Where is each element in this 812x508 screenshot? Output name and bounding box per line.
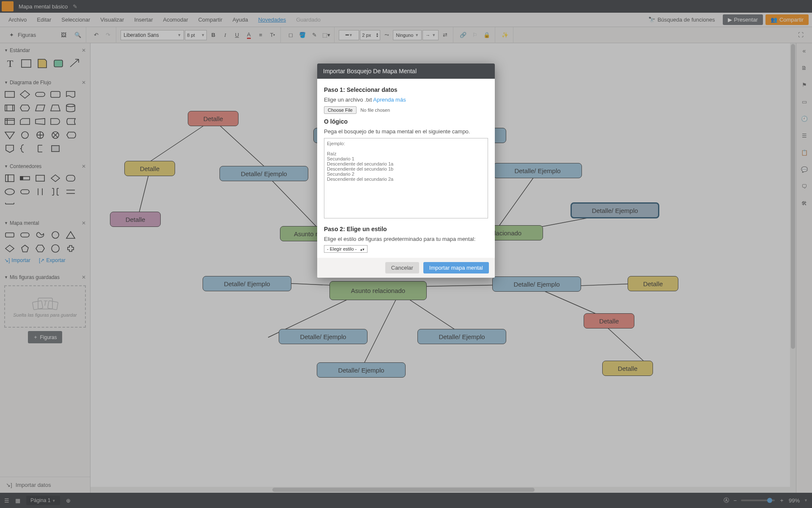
step1-heading: Paso 1: Seleccionar datos xyxy=(324,86,488,93)
step1-prefix: Elige un archivo .txt xyxy=(324,97,373,103)
select-arrows-icon: ▴▾ xyxy=(360,247,365,251)
import-dialog: Importar Bosquejo De Mapa Mental Paso 1:… xyxy=(317,64,495,278)
step2-heading: Paso 2: Elige un estilo xyxy=(324,226,488,232)
import-button[interactable]: Importar mapa mental xyxy=(423,262,489,273)
dialog-title: Importar Bosquejo De Mapa Mental xyxy=(317,64,495,79)
step2-text: Elige el estilo de figuras predeterminad… xyxy=(324,236,488,242)
cancel-button[interactable]: Cancelar xyxy=(385,262,419,273)
ologico-heading: O lógico xyxy=(324,118,488,125)
file-status: No file chosen xyxy=(360,108,390,113)
style-value: - Elegir estilo - xyxy=(327,246,357,251)
paste-instruction: Pega el bosquejo de tu mapa mental en el… xyxy=(324,128,488,135)
learn-more-link[interactable]: Aprenda más xyxy=(373,97,406,103)
outline-textarea[interactable] xyxy=(324,138,488,218)
step1-text: Elige un archivo .txt Aprenda más xyxy=(324,97,488,103)
choose-file-button[interactable]: Choose File xyxy=(324,106,357,114)
style-select[interactable]: - Elegir estilo - ▴▾ xyxy=(324,245,368,253)
